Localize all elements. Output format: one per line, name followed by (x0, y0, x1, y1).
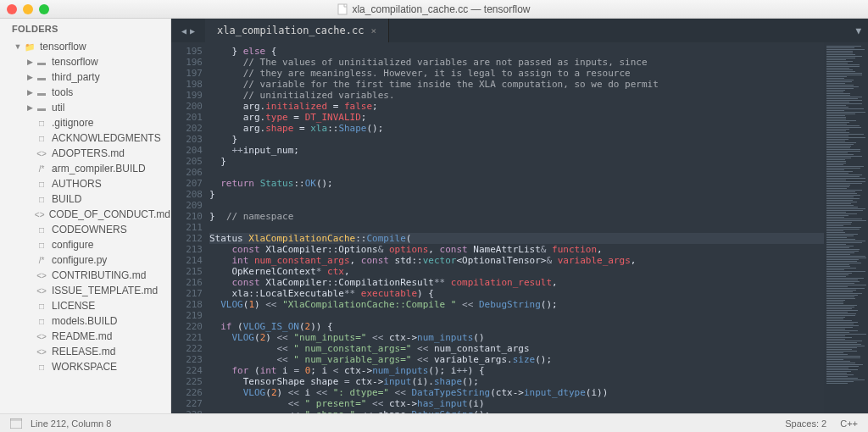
tree-file[interactable]: □models.BUILD (0, 313, 170, 329)
tree-file[interactable]: <>CODE_OF_CONDUCT.md (0, 207, 170, 222)
tree-folder[interactable]: ▶▬tensorflow (0, 54, 170, 69)
tree-file[interactable]: □.gitignore (0, 115, 170, 130)
window-title: xla_compilation_cache.cc — tensorflow (0, 3, 868, 15)
tree-file[interactable]: □AUTHORS (0, 176, 170, 191)
tree-file[interactable]: □ACKNOWLEDGMENTS (0, 130, 170, 146)
tree-file[interactable]: <>ISSUE_TEMPLATE.md (0, 283, 170, 298)
document-icon (337, 3, 348, 15)
status-bar: Line 212, Column 8 Spaces: 2 C++ (0, 413, 868, 432)
tree-file[interactable]: <>ADOPTERS.md (0, 146, 170, 161)
tree-file[interactable]: □WORKSPACE (0, 359, 170, 374)
minimize-window-button[interactable] (23, 4, 33, 14)
sidebar-header: FOLDERS (0, 19, 170, 37)
tree-file[interactable]: □CODEOWNERS (0, 222, 170, 237)
tree-file[interactable]: /*configure.py (0, 252, 170, 268)
code-content[interactable]: } else { // The values of uninitialized … (209, 42, 824, 413)
code-editor[interactable]: 195 196 197 198 199 200 201 202 203 204 … (171, 42, 868, 413)
tree-file[interactable]: <>README.md (0, 329, 170, 344)
traffic-lights (7, 4, 49, 14)
line-gutter: 195 196 197 198 199 200 201 202 203 204 … (171, 42, 209, 413)
editor-area: ◀ ▶ xla_compilation_cache.cc × ▼ 195 196… (171, 19, 868, 413)
status-language[interactable]: C++ (840, 418, 858, 429)
tab-prev-icon[interactable]: ◀ (181, 26, 186, 36)
window-titlebar: xla_compilation_cache.cc — tensorflow (0, 0, 868, 19)
tree-file[interactable]: □configure (0, 237, 170, 252)
tree-folder[interactable]: ▶▬util (0, 100, 170, 115)
tab-nav: ◀ ▶ (171, 19, 205, 42)
console-icon[interactable] (10, 418, 22, 429)
tree-file[interactable]: □LICENSE (0, 298, 170, 313)
close-tab-icon[interactable]: × (370, 25, 376, 36)
tab-next-icon[interactable]: ▶ (190, 26, 195, 36)
tree-file[interactable]: /*arm_compiler.BUILD (0, 161, 170, 176)
tree-file[interactable]: □BUILD (0, 191, 170, 207)
tab-active[interactable]: xla_compilation_cache.cc × (205, 19, 389, 42)
tab-menu-icon[interactable]: ▼ (855, 25, 861, 36)
tree-root[interactable]: ▼📁tensorflow (0, 39, 170, 54)
tab-bar: ◀ ▶ xla_compilation_cache.cc × ▼ (171, 19, 868, 42)
tree-file[interactable]: <>RELEASE.md (0, 344, 170, 359)
tree-folder[interactable]: ▶▬third_party (0, 69, 170, 85)
close-window-button[interactable] (7, 4, 17, 14)
status-cursor[interactable]: Line 212, Column 8 (31, 418, 111, 429)
status-spaces[interactable]: Spaces: 2 (785, 418, 826, 429)
svg-rect-2 (10, 418, 22, 421)
tree-folder[interactable]: ▶▬tools (0, 85, 170, 100)
tree-file[interactable]: <>CONTRIBUTING.md (0, 268, 170, 283)
tab-label: xla_compilation_cache.cc (217, 25, 364, 36)
maximize-window-button[interactable] (39, 4, 49, 14)
minimap[interactable] (824, 42, 868, 413)
svg-rect-0 (338, 4, 347, 14)
sidebar: FOLDERS ▼📁tensorflow▶▬tensorflow▶▬third_… (0, 19, 171, 413)
